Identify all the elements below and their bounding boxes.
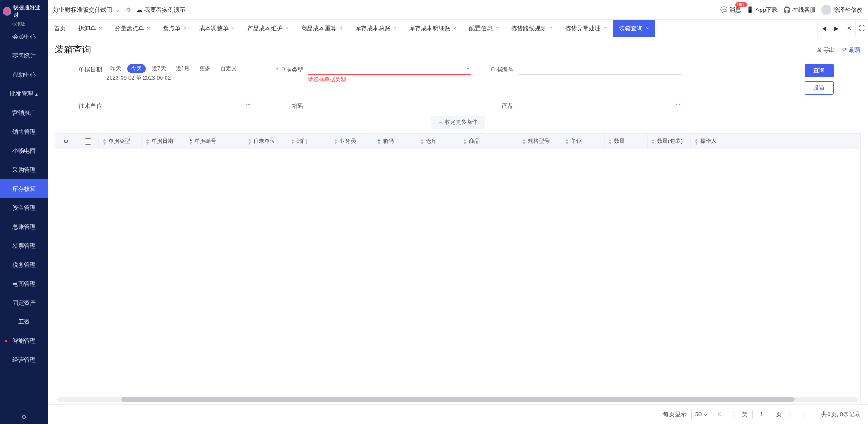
sidebar-item[interactable]: 经营管理 bbox=[0, 351, 48, 370]
sidebar-item[interactable]: 库存核算 bbox=[0, 179, 48, 198]
close-icon[interactable]: × bbox=[231, 25, 234, 32]
sidebar-item[interactable]: 批发管理 bbox=[0, 84, 48, 103]
sidebar-item[interactable]: 电商管理 bbox=[0, 275, 48, 294]
sidebar-item[interactable]: 小畅电商 bbox=[0, 141, 48, 160]
message-icon: 💬 bbox=[720, 6, 727, 13]
sidebar-item[interactable]: 资金管理 bbox=[0, 198, 48, 217]
tab[interactable]: 首页 bbox=[48, 20, 72, 37]
sidebar-item[interactable]: 智能管理 bbox=[0, 332, 48, 351]
tab[interactable]: 盘点单× bbox=[156, 20, 193, 37]
close-icon[interactable]: × bbox=[495, 25, 498, 32]
per-page-select[interactable]: 50 bbox=[691, 410, 711, 419]
next-page-button[interactable]: 〉 bbox=[786, 410, 796, 419]
collapse-button[interactable]: ︿ 收起更多条件 bbox=[431, 116, 485, 129]
export-button[interactable]: ⇲ 导出 bbox=[816, 46, 835, 54]
sidebar-item[interactable]: 总账管理 bbox=[0, 217, 48, 236]
column-header[interactable]: ▲▼单据编号 bbox=[185, 134, 244, 149]
close-icon[interactable]: × bbox=[393, 25, 396, 32]
select-all-checkbox[interactable] bbox=[77, 134, 99, 149]
page-input[interactable] bbox=[752, 410, 771, 419]
date-chip[interactable]: 更多 bbox=[196, 64, 214, 73]
query-button[interactable]: 查询 bbox=[805, 64, 834, 77]
column-header[interactable]: ▲▼单据类型 bbox=[99, 134, 142, 149]
code-input[interactable] bbox=[518, 64, 682, 75]
tabs-close-button[interactable]: ✕ bbox=[843, 20, 855, 37]
column-header[interactable]: ▲▼单据日期 bbox=[142, 134, 185, 149]
sidebar-item[interactable]: 采购管理 bbox=[0, 160, 48, 179]
column-header[interactable]: ▲▼单位 bbox=[561, 134, 605, 149]
partner-input[interactable] bbox=[107, 100, 252, 111]
brand-icon bbox=[3, 7, 11, 16]
more-icon[interactable]: ⋯ bbox=[245, 101, 251, 107]
sidebar-item[interactable]: 会员中心 bbox=[0, 27, 48, 46]
refresh-button[interactable]: ⟳ 刷新 bbox=[842, 46, 861, 54]
first-page-button[interactable]: K bbox=[716, 411, 723, 418]
column-header[interactable]: ▲▼规格型号 bbox=[518, 134, 561, 149]
sidebar-item[interactable]: 固定资产 bbox=[0, 294, 48, 313]
more-icon[interactable]: ⋯ bbox=[675, 101, 681, 107]
column-header[interactable]: ▲▼数量(包装) bbox=[648, 134, 691, 149]
sidebar-item[interactable]: 帮助中心 bbox=[0, 65, 48, 84]
date-chip[interactable]: 近7天 bbox=[148, 64, 170, 73]
tab[interactable]: 商品成本重算× bbox=[295, 20, 349, 37]
tab[interactable]: 拆卸单× bbox=[72, 20, 108, 37]
sidebar-item[interactable]: 税务管理 bbox=[0, 255, 48, 275]
close-icon[interactable]: × bbox=[339, 25, 342, 32]
column-header[interactable]: ▲▼仓库 bbox=[416, 134, 459, 149]
column-header[interactable]: ▲▼操作人 bbox=[691, 134, 734, 149]
close-icon[interactable]: × bbox=[453, 25, 456, 32]
close-icon[interactable]: × bbox=[147, 25, 150, 32]
sidebar-item[interactable]: 发票管理 bbox=[0, 236, 48, 255]
setting-button[interactable]: 设置 bbox=[805, 81, 834, 95]
app-download-button[interactable]: 📱 App下载 bbox=[746, 6, 778, 14]
close-icon[interactable]: × bbox=[645, 25, 649, 32]
close-icon[interactable]: × bbox=[183, 25, 186, 32]
sidebar-item[interactable]: 营销推广 bbox=[0, 103, 48, 122]
gear-icon[interactable]: ⚙ bbox=[126, 6, 131, 13]
tabs-prev-button[interactable]: ◀ bbox=[817, 20, 830, 37]
tab[interactable]: 分量盘点单× bbox=[108, 20, 156, 37]
tab[interactable]: 拣货路线规划× bbox=[505, 20, 559, 37]
column-header[interactable]: ▲▼业务员 bbox=[330, 134, 373, 149]
chevron-down-icon[interactable]: ⌄ bbox=[466, 65, 470, 71]
tenant-selector[interactable]: 好业财标准版交付试用 ⌄ bbox=[53, 6, 120, 14]
prev-page-button[interactable]: 〈 bbox=[728, 410, 737, 419]
date-chip[interactable]: 自定义 bbox=[217, 64, 240, 73]
tabs-expand-button[interactable]: ⛶ bbox=[855, 20, 868, 37]
tab[interactable]: 配置信息× bbox=[463, 20, 505, 37]
tabs-next-button[interactable]: ▶ bbox=[830, 20, 843, 37]
last-page-button[interactable]: 〉| bbox=[800, 410, 811, 419]
column-header[interactable]: ▲▼数量 bbox=[605, 134, 648, 149]
horizontal-scrollbar[interactable] bbox=[57, 397, 858, 402]
goods-input[interactable] bbox=[518, 100, 682, 111]
date-chip[interactable]: 昨天 bbox=[107, 64, 125, 73]
tab[interactable]: 成本调整单× bbox=[193, 20, 241, 37]
type-select[interactable] bbox=[308, 64, 471, 75]
tab[interactable]: 产品成本维护× bbox=[241, 20, 295, 37]
column-settings-button[interactable]: ⚙ bbox=[55, 134, 77, 149]
support-button[interactable]: 🎧 在线客服 bbox=[783, 6, 816, 14]
column-header[interactable]: ▲▼往来单位 bbox=[244, 134, 287, 149]
tab[interactable]: 拣货异常处理× bbox=[559, 20, 613, 37]
sidebar-item[interactable]: 零售统计 bbox=[0, 46, 48, 65]
brand-edition: 标准版 bbox=[12, 21, 48, 27]
tab[interactable]: 装箱查询× bbox=[613, 20, 655, 37]
close-icon[interactable]: × bbox=[549, 25, 552, 32]
column-header[interactable]: ▲▼商品 bbox=[459, 134, 518, 149]
sidebar-item[interactable]: 销售管理 bbox=[0, 122, 48, 141]
column-header[interactable]: ▲▼箱码 bbox=[373, 134, 416, 149]
user-menu[interactable]: 徐泽华修改 bbox=[821, 5, 863, 15]
box-input[interactable] bbox=[308, 100, 471, 111]
sidebar-settings-icon[interactable]: ⚙ bbox=[0, 410, 48, 424]
sidebar-item[interactable]: 工资 bbox=[0, 313, 48, 332]
close-icon[interactable]: × bbox=[285, 25, 288, 32]
demo-link[interactable]: ☁ 我要看实例演示 bbox=[137, 6, 185, 14]
message-button[interactable]: 💬 消息 99+ bbox=[720, 6, 741, 14]
date-chip[interactable]: 今天 bbox=[127, 64, 146, 73]
close-icon[interactable]: × bbox=[99, 25, 102, 32]
column-header[interactable]: ▲▼部门 bbox=[287, 134, 330, 149]
date-chip[interactable]: 近1月 bbox=[172, 64, 194, 73]
tab[interactable]: 库存成本总账× bbox=[349, 20, 403, 37]
tab[interactable]: 库存成本明细账× bbox=[403, 20, 463, 37]
close-icon[interactable]: × bbox=[603, 25, 606, 32]
